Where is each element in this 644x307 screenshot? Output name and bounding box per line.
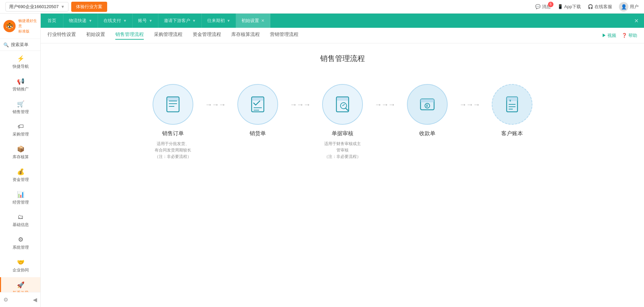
sub-tab-initial-settings[interactable]: 初始设置 — [86, 32, 105, 40]
collapse-sidebar-icon[interactable]: ◀ — [33, 296, 37, 303]
lightning-icon: ⚡ — [17, 55, 24, 62]
flow-circle-sales-invoice[interactable] — [237, 84, 278, 125]
user-button[interactable]: 👤 用户 — [619, 2, 639, 12]
flow-label-customer-ledger: 客户账本 — [501, 130, 523, 137]
sidebar-item-operations[interactable]: 📊 经营管理 — [0, 187, 40, 209]
sales-order-icon — [163, 94, 183, 115]
nav-bar-close-button[interactable]: ✕ — [629, 14, 644, 28]
rocket-icon: 🚀 — [17, 281, 24, 289]
svg-rect-15 — [421, 99, 434, 102]
sub-tabs: 行业特性设置 初始设置 销售管理流程 采购管理流程 资金管理流程 库存核算流程 — [41, 28, 644, 43]
sidebar-item-basic-info[interactable]: 🗂 基础信息 — [0, 209, 40, 232]
flow-circle-sales-order[interactable] — [153, 84, 193, 125]
money-icon: 💰 — [17, 168, 24, 176]
flow-arrow-3: →→→ — [373, 100, 397, 109]
flow-desc-sales-order: 适用于分批发货、有合同发货周期较长（注：非必要流程） — [155, 141, 191, 160]
svg-rect-10 — [337, 97, 348, 101]
nav-tab-online-pay[interactable]: 在线支付 ▼ — [98, 14, 133, 28]
app-icon: 📱 — [558, 4, 563, 9]
flow-step-sales-invoice: 销货单 — [227, 84, 288, 141]
sub-tab-sales-flow[interactable]: 销售管理流程 — [115, 32, 144, 40]
dropdown-icon: ▼ — [192, 19, 196, 23]
avatar: 👤 — [619, 2, 628, 12]
sidebar-item-system-mgmt[interactable]: ⚙ 系统管理 — [0, 232, 40, 254]
sidebar-item-new-guide[interactable]: 🚀 新手引导 — [0, 277, 40, 292]
top-bar-left: 用户690企业1660120507 ▼ 体验行业方案 — [5, 2, 107, 12]
logo-icon: 🐯 — [3, 20, 16, 32]
search-menu-button[interactable]: 🔍 搜索菜单 — [0, 39, 40, 51]
flow-label-doc-audit: 单据审核 — [332, 130, 353, 137]
flow-circle-customer-ledger[interactable]: ¥ — [492, 84, 532, 125]
search-menu-label: 搜索菜单 — [11, 42, 28, 48]
sidebar-items: ⚡ 快捷导航 📢 营销推广 🛒 销售管理 🏷 采购管理 📦 库存核算 — [0, 51, 40, 292]
flow-step-doc-audit: 单据审核 适用于财务审核或主管审核（注：非必要流程） — [312, 84, 373, 160]
flow-diagram: 销售订单 适用于分批发货、有合同发货周期较长（注：非必要流程） →→→ — [54, 84, 630, 160]
folder-icon: 🗂 — [18, 213, 24, 221]
svg-text:¥: ¥ — [509, 99, 511, 102]
sub-tab-marketing-flow[interactable]: 营销管理流程 — [270, 32, 298, 40]
flow-arrow-2: →→→ — [288, 100, 312, 109]
nav-tab-account[interactable]: 账号 ▼ — [133, 14, 158, 28]
message-button[interactable]: 💬 消息 6 — [535, 4, 551, 10]
flow-step-sales-order: 销售订单 适用于分批发货、有合同发货周期较长（注：非必要流程） — [142, 84, 203, 160]
sidebar-item-quick-nav[interactable]: ⚡ 快捷导航 — [0, 51, 40, 74]
settings-icon[interactable]: ⚙ — [3, 296, 8, 303]
top-bar-right: 💬 消息 6 📱 App下载 🎧 在线客服 👤 用户 — [535, 2, 639, 12]
sidebar-item-enterprise-collab[interactable]: 🤝 企业协同 — [0, 254, 40, 277]
trial-button[interactable]: 体验行业方案 — [71, 2, 107, 12]
message-badge: 6 — [548, 2, 553, 7]
gear-icon: ⚙ — [18, 236, 23, 243]
play-icon: ▶ — [602, 33, 606, 38]
sidebar-footer: ⚙ ◀ — [0, 292, 40, 307]
sub-tab-purchase-flow[interactable]: 采购管理流程 — [154, 32, 182, 40]
company-selector[interactable]: 用户690企业1660120507 ▼ — [5, 2, 69, 12]
nav-tabs-bar: 首页 物流快递 ▼ 在线支付 ▼ 账号 ▼ 邀请下游客户 ▼ — [41, 14, 644, 28]
flow-circle-collection[interactable]: ¥ — [407, 84, 448, 125]
sidebar: 🐯 畅捷通好生意 标准版 🔍 搜索菜单 ⚡ 快捷导航 📢 营销推广 — [0, 14, 41, 307]
app-download-button[interactable]: 📱 App下载 — [558, 4, 581, 10]
sub-tab-inventory-flow[interactable]: 库存核算流程 — [231, 32, 260, 40]
sub-tab-industry-settings[interactable]: 行业特性设置 — [47, 32, 76, 40]
search-icon: 🔍 — [3, 42, 9, 47]
nav-tab-invite-customer[interactable]: 邀请下游客户 ▼ — [158, 14, 202, 28]
message-icon: 💬 — [535, 4, 541, 9]
sales-invoice-icon — [248, 94, 268, 115]
video-action[interactable]: ▶ 视频 — [602, 33, 617, 39]
svg-rect-19 — [507, 97, 518, 101]
sidebar-item-inventory[interactable]: 📦 库存核算 — [0, 141, 40, 164]
sub-tab-finance-flow[interactable]: 资金管理流程 — [193, 32, 221, 40]
dropdown-icon: ▼ — [89, 19, 92, 23]
close-tab-icon[interactable]: ✕ — [261, 18, 265, 23]
flow-arrow-4: →→→ — [458, 100, 482, 109]
doc-audit-icon — [332, 94, 353, 115]
nav-tab-home[interactable]: 首页 — [41, 14, 63, 28]
collection-icon: ¥ — [417, 94, 437, 115]
content-area: 首页 物流快递 ▼ 在线支付 ▼ 账号 ▼ 邀请下游客户 ▼ — [41, 14, 644, 307]
flow-label-sales-invoice: 销货单 — [250, 130, 266, 137]
help-action[interactable]: ❓ 帮助 — [622, 33, 637, 39]
dropdown-icon: ▼ — [123, 19, 127, 23]
handshake-icon: 🤝 — [17, 259, 24, 266]
sidebar-item-sales-mgmt[interactable]: 🛒 销售管理 — [0, 96, 40, 119]
svg-rect-6 — [252, 97, 264, 101]
online-service-button[interactable]: 🎧 在线客服 — [588, 4, 612, 10]
service-icon: 🎧 — [588, 4, 593, 9]
nav-tab-period-init[interactable]: 往来期初 ▼ — [202, 14, 236, 28]
service-label: 在线客服 — [594, 4, 612, 10]
svg-rect-4 — [167, 97, 179, 101]
page-content: 销售管理流程 销售订单 — [41, 43, 644, 307]
flow-step-customer-ledger: ¥ 客户账本 — [482, 84, 543, 141]
cart-icon: 🛒 — [17, 100, 24, 108]
main-body: 🐯 畅捷通好生意 标准版 🔍 搜索菜单 ⚡ 快捷导航 📢 营销推广 — [0, 14, 644, 307]
nav-tab-logistics[interactable]: 物流快递 ▼ — [63, 14, 98, 28]
chevron-down-icon: ▼ — [61, 4, 65, 9]
sidebar-item-marketing-promo[interactable]: 📢 营销推广 — [0, 74, 40, 96]
tag-icon: 🏷 — [18, 123, 24, 130]
sidebar-item-finance[interactable]: 💰 资金管理 — [0, 164, 40, 187]
dropdown-icon: ▼ — [149, 19, 153, 23]
flow-circle-doc-audit[interactable] — [322, 84, 363, 125]
sidebar-item-purchase-mgmt[interactable]: 🏷 采购管理 — [0, 119, 40, 141]
megaphone-icon: 📢 — [17, 78, 24, 85]
nav-tab-initial-setup[interactable]: 初始设置 ✕ — [236, 14, 270, 28]
chart-icon: 📊 — [17, 191, 24, 198]
